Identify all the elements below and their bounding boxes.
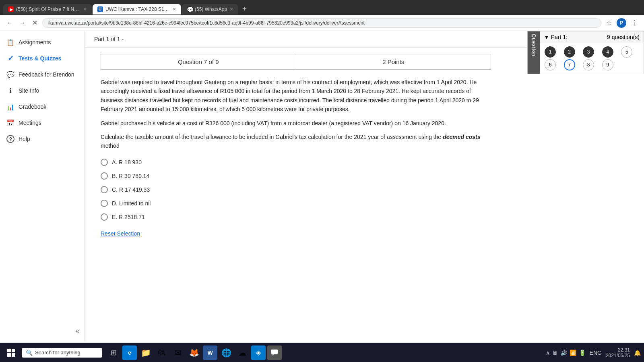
question-paragraph-2: Gabriel purchased his vehicle at a cost … [101,119,491,128]
radio-a[interactable] [101,159,108,166]
question-navigator: Question ▼ Part 1: 9 question(s) 1 2 3 4… [527,31,644,74]
svg-marker-1 [272,354,274,356]
reload-button[interactable]: ✕ [31,17,39,28]
radio-d[interactable] [101,200,108,207]
q-btn-7[interactable]: 7 [564,59,575,70]
mail-button[interactable]: ✉ [171,345,185,360]
tab-whatsapp[interactable]: 💬 (55) WhatsApp ✕ [182,4,238,14]
taskbar-apps: ⊞ e 📁 🛍 ✉ 🦊 W 🌐 ☁ ◈ [106,345,282,360]
sidebar-label-assignments: Assignments [19,39,51,46]
forward-button[interactable]: → [18,18,27,28]
nav-part-label: ▼ Part 1: [544,34,568,40]
main-layout: 📋 Assignments ✓ Tests & Quizzes 💬 Feedba… [0,31,644,341]
tab-ikamva-close[interactable]: ✕ [172,6,176,12]
onedrive-button[interactable]: ☁ [235,345,250,360]
sidebar-item-site-info[interactable]: ℹ Site Info [0,83,84,99]
youtube-favicon: ▶ [8,6,14,12]
tab-ikamva[interactable]: U UWC iKamva : TAX 228 S1 2021 ... ✕ [93,4,181,14]
help-icon: ? [6,135,14,143]
question-tab-label[interactable]: Question [528,31,540,74]
tray-volume[interactable]: 🔊 [560,350,567,356]
tray-wifi[interactable]: 📶 [570,350,576,356]
sidebar-item-tests-quizzes[interactable]: ✓ Tests & Quizzes [0,50,84,66]
sidebar-item-help[interactable]: ? Help [0,131,84,147]
store-button[interactable]: 🛍 [155,345,169,360]
taskbar-clock: 22:31 2021/05/25 [606,347,630,358]
sidebar-item-assignments[interactable]: 📋 Assignments [0,34,84,50]
option-e-text: E. R 2518.71 [112,214,145,220]
q-btn-4[interactable]: 4 [602,46,613,58]
sidebar-label-meetings: Meetings [19,120,41,126]
tab-whatsapp-close[interactable]: ✕ [229,6,233,12]
sidebar-label-tests: Tests & Quizzes [19,55,61,62]
option-d[interactable]: D. Limited to nil [101,200,491,207]
start-button[interactable] [3,345,19,361]
tab-youtube-close[interactable]: ✕ [83,6,87,12]
sidebar-label-site-info: Site Info [19,87,39,94]
q-btn-9[interactable]: 9 [602,59,613,70]
taskbar-time-text: 22:31 [606,347,630,353]
collapse-button[interactable]: « [76,327,79,335]
option-e[interactable]: E. R 2518.71 [101,213,491,221]
tab-ikamva-title: UWC iKamva : TAX 228 S1 2021 ... [105,6,170,12]
q-btn-8[interactable]: 8 [583,59,594,70]
word-button[interactable]: W [203,345,217,360]
assignments-icon: 📋 [6,38,14,46]
content-area: Part 1 of 1 - Question ▼ Part 1: 9 quest… [85,31,644,341]
radio-b[interactable] [101,172,108,180]
question-content: Question 7 of 9 2 Points Gabriel was req… [85,48,507,243]
new-tab-button[interactable]: + [239,3,250,15]
taskbar-date-text: 2021/05/25 [606,353,630,358]
q-btn-2[interactable]: 2 [564,46,575,58]
explorer-button[interactable]: 📁 [138,345,153,360]
q-btn-5[interactable]: 5 [621,46,632,58]
option-b-text: B. R 30 789.14 [112,173,149,179]
profile-button[interactable]: P [617,18,626,28]
sidebar-item-feedback[interactable]: 💬 Feedback for Brendon [0,66,84,83]
taskbar-search[interactable]: 🔍 Search for anything [22,348,102,358]
tab-youtube-title: (550) Spirit Of Praise 7 ft Neyi Z... [16,6,80,12]
tab-youtube[interactable]: ▶ (550) Spirit Of Praise 7 ft Neyi Z... … [3,4,92,14]
menu-button[interactable]: ⋮ [630,17,639,28]
tray-battery[interactable]: 🔋 [579,350,586,356]
address-bar: ← → ✕ ☆ P ⋮ [0,15,644,31]
firefox-button[interactable]: 🦊 [187,345,201,360]
url-bar[interactable] [42,18,601,28]
radio-c[interactable] [101,186,108,193]
edge-button[interactable]: e [122,345,137,360]
chrome-button[interactable]: 🌐 [219,345,233,360]
option-c[interactable]: C. R 17 419.33 [101,186,491,193]
tray-icons: ∧ 🖥 🔊 📶 🔋 [546,350,586,356]
radio-e[interactable] [101,213,108,221]
search-placeholder-text: Search for anything [35,350,80,356]
back-button[interactable]: ← [5,18,14,28]
chat-button[interactable] [267,345,282,360]
tray-network[interactable]: 🖥 [552,350,558,356]
q-btn-6[interactable]: 6 [545,59,556,70]
windows-logo-icon [7,349,15,357]
sidebar: 📋 Assignments ✓ Tests & Quizzes 💬 Feedba… [0,31,85,341]
option-a-text: A. R 18 930 [112,159,142,165]
sidebar-item-meetings[interactable]: 📅 Meetings [0,115,84,131]
question-paragraph-1: Gabriel was required to travel throughou… [101,78,491,114]
tray-up-arrow[interactable]: ∧ [546,350,550,356]
meetings-icon: 📅 [6,119,14,127]
sidebar-label-gradebook: Gradebook [19,103,46,110]
sidebar-item-gradebook[interactable]: 📊 Gradebook [0,99,84,115]
vscode-button[interactable]: ◈ [251,345,266,360]
task-view-button[interactable]: ⊞ [106,345,121,360]
question-grid: 1 2 3 4 5 6 7 8 9 [540,43,644,74]
browser-actions: ☆ P ⋮ [605,17,639,28]
option-d-text: D. Limited to nil [112,200,151,207]
option-b[interactable]: B. R 30 789.14 [101,172,491,180]
q-btn-3[interactable]: 3 [583,46,594,58]
q-btn-1[interactable]: 1 [545,46,556,58]
ikamva-favicon: U [97,6,103,12]
option-a[interactable]: A. R 18 930 [101,159,491,166]
reset-selection-link[interactable]: Reset Selection [101,230,140,237]
feedback-icon: 💬 [6,70,14,79]
lang-label: ENG [590,350,602,356]
notification-icon[interactable]: 🔔 [634,350,641,356]
svg-rect-0 [271,350,278,354]
bookmark-button[interactable]: ☆ [605,17,613,28]
